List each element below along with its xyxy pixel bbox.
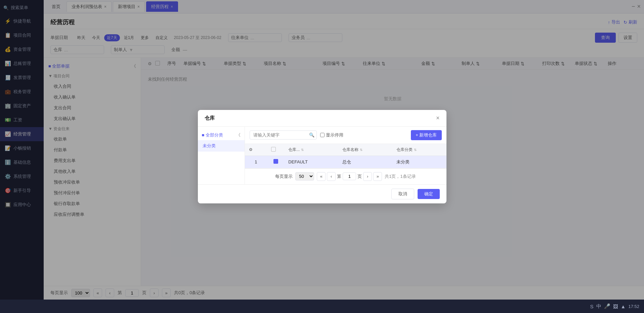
modal-left-header: ■ 全部分类 《 <box>198 130 245 140</box>
modal-left-title-text: 全部分类 <box>206 132 223 138</box>
modal-per-page-label: 每页显示 <box>275 173 293 180</box>
row-check[interactable] <box>267 156 284 168</box>
modal-left-title: ■ 全部分类 <box>202 132 223 138</box>
modal-search-input[interactable] <box>253 132 307 138</box>
modal-search-icon: 🔍 <box>309 132 314 138</box>
modal-left-icon: ■ <box>202 132 206 138</box>
th-warehouse-cat[interactable]: 仓库分类 ⇅ <box>392 144 446 156</box>
warehouse-id-sort-icon: ⇅ <box>301 148 304 152</box>
warehouse-id-label: 仓库... <box>288 147 300 153</box>
modal-category-unclassified[interactable]: 未分类 <box>198 140 245 152</box>
settings-col-icon[interactable]: ⚙ <box>249 147 253 152</box>
taskbar-icon-2[interactable]: 中 <box>596 303 601 310</box>
modal-pagination: 每页显示 50 20 100 « ‹ 算 页 › » <box>245 168 446 184</box>
modal-left-collapse[interactable]: 《 <box>236 132 241 138</box>
modal-confirm-button[interactable]: 确定 <box>418 189 440 199</box>
taskbar-icon-4[interactable]: 🖼 <box>613 304 618 309</box>
row-num: 1 <box>245 156 267 168</box>
row-checkbox[interactable] <box>273 159 278 164</box>
th-num: ⚙ <box>245 144 267 156</box>
row-warehouse-cat: 未分类 <box>392 156 446 168</box>
table-row[interactable]: 1 DEFAULT 总仓 未分类 <box>245 156 446 168</box>
modal-header: 仓库 × <box>198 110 446 127</box>
modal-page-number-input[interactable] <box>343 172 356 180</box>
warehouse-modal: 仓库 × ■ 全部分类 《 未分类 <box>198 110 446 203</box>
taskbar-icon-1[interactable]: S <box>590 304 594 309</box>
modal-page-first[interactable]: « <box>317 172 326 181</box>
modal-total-info: 共1页，1条记录 <box>385 173 416 180</box>
modal-per-page-select[interactable]: 50 20 100 <box>295 172 314 181</box>
warehouse-name-sort-icon: ⇅ <box>360 148 362 152</box>
modal-right-panel: 🔍 显示停用 + 新增仓库 ⚙ <box>245 127 446 184</box>
warehouse-name-label: 仓库名称 <box>342 147 358 153</box>
warehouse-id-sort[interactable]: 仓库... ⇅ <box>288 147 334 153</box>
taskbar-icon-3[interactable]: 🎤 <box>604 303 610 309</box>
warehouse-name-sort[interactable]: 仓库名称 ⇅ <box>342 147 388 153</box>
select-all-checkbox[interactable] <box>271 147 276 152</box>
warehouse-cat-label: 仓库分类 <box>396 147 413 153</box>
modal-table: ⚙ 仓库... ⇅ <box>245 144 446 168</box>
taskbar-time: 17:52 <box>628 304 639 309</box>
th-warehouse-name[interactable]: 仓库名称 ⇅ <box>338 144 392 156</box>
th-warehouse-id[interactable]: 仓库... ⇅ <box>284 144 338 156</box>
row-warehouse-name: 总仓 <box>338 156 392 168</box>
show-disabled-label: 显示停用 <box>326 132 343 138</box>
modal-search-wrapper: 🔍 <box>250 130 317 140</box>
modal-footer: 取消 确定 <box>198 184 446 203</box>
warehouse-cat-sort-icon: ⇅ <box>414 148 417 152</box>
modal-page-label: 算 <box>337 173 341 180</box>
row-warehouse-id: DEFAULT <box>284 156 338 168</box>
modal-overlay: 仓库 × ■ 全部分类 《 未分类 <box>0 0 644 313</box>
modal-show-disabled-checkbox[interactable]: 显示停用 <box>320 132 343 138</box>
taskbar: S 中 🎤 🖼 ▲ 17:52 <box>0 300 644 313</box>
show-disabled-checkbox-input[interactable] <box>320 133 325 137</box>
modal-cancel-button[interactable]: 取消 <box>391 189 414 199</box>
modal-page-prev[interactable]: ‹ <box>327 172 336 181</box>
modal-close-button[interactable]: × <box>436 115 440 122</box>
modal-add-warehouse-button[interactable]: + 新增仓库 <box>411 130 441 140</box>
modal-left-panel: ■ 全部分类 《 未分类 <box>198 127 245 184</box>
modal-search-bar: 🔍 显示停用 + 新增仓库 <box>245 127 446 144</box>
th-check[interactable] <box>267 144 284 156</box>
modal-page-unit: 页 <box>357 173 362 180</box>
warehouse-cat-sort[interactable]: 仓库分类 ⇅ <box>396 147 442 153</box>
modal-page-next[interactable]: › <box>363 172 372 181</box>
taskbar-icon-5[interactable]: ▲ <box>621 304 626 309</box>
modal-page-last[interactable]: » <box>373 172 382 181</box>
modal-body: ■ 全部分类 《 未分类 🔍 显示停用 <box>198 127 446 184</box>
modal-title: 仓库 <box>205 115 215 121</box>
modal-page-nav: « ‹ 算 页 › » <box>317 172 382 181</box>
